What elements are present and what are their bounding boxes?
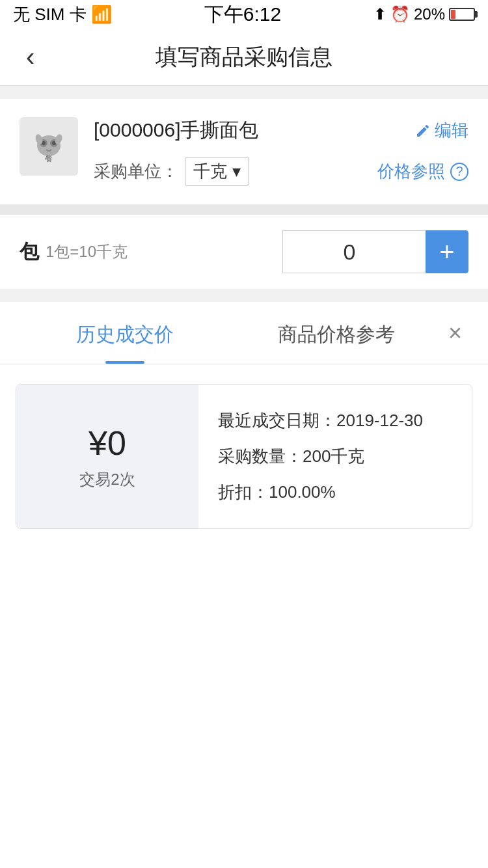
price-card-left: ¥0 交易2次 bbox=[16, 385, 198, 528]
svg-text:餐: 餐 bbox=[45, 154, 53, 163]
help-icon[interactable]: ? bbox=[450, 163, 468, 181]
price-card: ¥0 交易2次 最近成交日期：2019-12-30 采购数量：200千克 折扣：… bbox=[16, 384, 472, 529]
edit-icon bbox=[415, 123, 431, 139]
product-id: [0000006] bbox=[94, 119, 180, 141]
price-card-right: 最近成交日期：2019-12-30 采购数量：200千克 折扣：100.00% bbox=[198, 385, 472, 528]
battery-percent: 20% bbox=[414, 5, 445, 23]
help-symbol: ? bbox=[455, 164, 463, 179]
edit-button[interactable]: 编辑 bbox=[415, 119, 468, 142]
product-info: [0000006]手撕面包 编辑 采购单位： 千克 ▾ bbox=[94, 117, 468, 186]
product-header: 餐 [0000006]手撕面包 编辑 采购单位： bbox=[20, 117, 468, 186]
clock-icon: ⏰ bbox=[390, 5, 410, 23]
tab-product-price-ref[interactable]: 商品价格参考 bbox=[230, 302, 441, 364]
nav-bar: ‹ 填写商品采购信息 bbox=[0, 29, 488, 86]
price-ref-label: 价格参照 bbox=[377, 160, 445, 183]
product-thumbnail: 餐 bbox=[20, 117, 78, 176]
status-left: 无 SIM 卡 📶 bbox=[13, 3, 112, 26]
product-unit-row: 采购单位： 千克 ▾ 价格参照 ? bbox=[94, 157, 468, 186]
sim-signal-text: 无 SIM 卡 📶 bbox=[13, 3, 112, 26]
tab-header: 历史成交价 商品价格参考 × bbox=[0, 302, 488, 364]
product-title: 手撕面包 bbox=[180, 119, 258, 141]
status-right: ⬆ ⏰ 20% bbox=[373, 5, 475, 23]
tab-history-price[interactable]: 历史成交价 bbox=[20, 302, 230, 364]
discount-value: 100.00% bbox=[269, 482, 336, 502]
price-card-section: ¥0 交易2次 最近成交日期：2019-12-30 采购数量：200千克 折扣：… bbox=[0, 364, 488, 549]
status-time: 下午6:12 bbox=[204, 1, 281, 28]
dropdown-arrow-icon: ▾ bbox=[232, 161, 241, 182]
unit-select[interactable]: 千克 ▾ bbox=[185, 157, 249, 186]
purchase-quantity-value: 200千克 bbox=[303, 446, 364, 466]
edit-label: 编辑 bbox=[435, 119, 468, 142]
quantity-input[interactable] bbox=[282, 230, 426, 273]
product-title-row: [0000006]手撕面包 编辑 bbox=[94, 117, 468, 144]
unit-value: 千克 bbox=[193, 160, 227, 183]
discount-row: 折扣：100.00% bbox=[218, 480, 452, 505]
tab-section: 历史成交价 商品价格参考 × ¥0 交易2次 最近成交日期：2019-12-30… bbox=[0, 302, 488, 868]
back-button[interactable]: ‹ bbox=[20, 36, 41, 78]
status-bar: 无 SIM 卡 📶 下午6:12 ⬆ ⏰ 20% bbox=[0, 0, 488, 29]
pkg-label: 包 bbox=[20, 239, 39, 265]
discount-label: 折扣： bbox=[218, 482, 269, 502]
quantity-row: 包 1包=10千克 + bbox=[0, 215, 488, 289]
purchase-quantity-label: 采购数量： bbox=[218, 446, 303, 466]
price-transactions: 交易2次 bbox=[79, 469, 135, 490]
battery-icon bbox=[449, 8, 475, 21]
quantity-plus-button[interactable]: + bbox=[426, 230, 468, 273]
quantity-control: + bbox=[282, 230, 468, 273]
product-name: [0000006]手撕面包 bbox=[94, 117, 258, 144]
recent-date-value: 2019-12-30 bbox=[336, 411, 423, 430]
page-title: 填写商品采购信息 bbox=[156, 42, 332, 72]
quantity-row-detail: 采购数量：200千克 bbox=[218, 444, 452, 469]
price-ref-button[interactable]: 价格参照 ? bbox=[377, 160, 468, 183]
battery-fill bbox=[451, 10, 455, 19]
unit-label: 采购单位： bbox=[94, 160, 178, 183]
content-white-area bbox=[0, 549, 488, 868]
product-icon: 餐 bbox=[29, 125, 68, 168]
direction-icon: ⬆ bbox=[373, 5, 386, 23]
currency-symbol: ¥ bbox=[88, 424, 107, 462]
price-amount: ¥0 bbox=[88, 424, 126, 463]
section-divider bbox=[0, 204, 488, 215]
tab-close-button[interactable]: × bbox=[442, 313, 468, 353]
recent-date-row: 最近成交日期：2019-12-30 bbox=[218, 408, 452, 433]
price-value: 0 bbox=[107, 424, 126, 462]
quantity-label: 包 1包=10千克 bbox=[20, 239, 128, 265]
product-section: 餐 [0000006]手撕面包 编辑 采购单位： bbox=[0, 99, 488, 204]
recent-date-label: 最近成交日期： bbox=[218, 411, 336, 430]
pkg-conversion: 1包=10千克 bbox=[46, 241, 128, 262]
